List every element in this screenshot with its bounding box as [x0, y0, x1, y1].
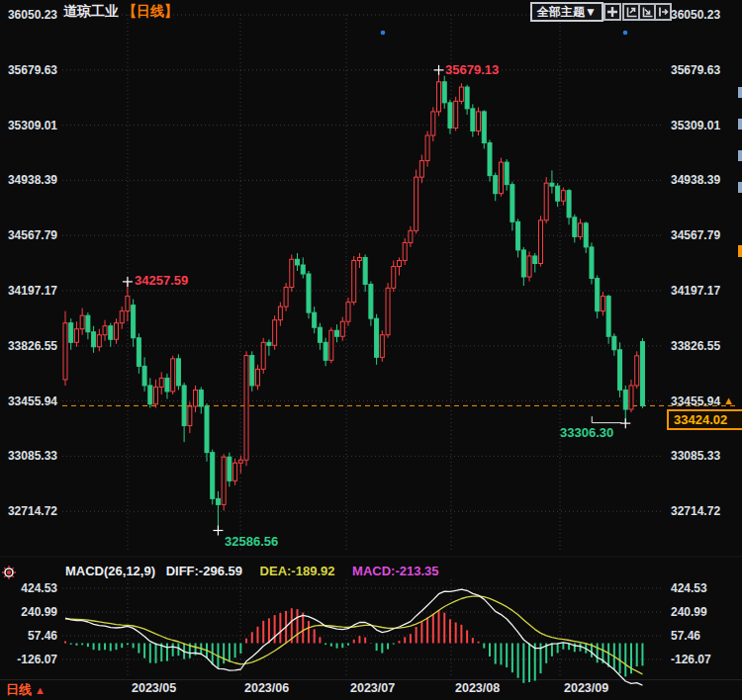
clipped-glyph — [738, 87, 742, 98]
axis-label: 33826.55 — [671, 339, 734, 353]
axis-label: 36050.23 — [2, 8, 57, 22]
axis-label: 33455.94 — [671, 394, 734, 408]
macd-formula: MACD(26,12,9) — [65, 564, 155, 578]
axis-label: 57.46 — [2, 629, 57, 643]
axis-label: 33085.33 — [671, 449, 734, 463]
axis-label: 32714.72 — [671, 504, 734, 518]
axis-label: 34938.39 — [2, 173, 57, 187]
time-axis-label: 2023/09 — [564, 681, 608, 695]
axis-label: 34197.17 — [2, 284, 57, 298]
axis-label: 57.46 — [671, 629, 734, 643]
clipped-glyph — [738, 119, 742, 130]
stock-chart-window: 35679.13 34257.59 32586.56 33306.30 道琼工业… — [0, 0, 742, 700]
axis-label: 33085.33 — [2, 449, 57, 463]
theme-dropdown[interactable]: 全部主题▼ — [530, 2, 603, 22]
period-tag: 【日线】 — [123, 3, 178, 19]
time-axis-label: 2023/06 — [244, 681, 289, 695]
axis-label: 35679.63 — [2, 63, 57, 77]
macd-macd-value: MACD:-213.35 — [352, 564, 438, 578]
time-axis-label: 2023/08 — [455, 681, 500, 695]
axis-label: 240.99 — [2, 605, 57, 619]
time-axis-label: 2023/05 — [132, 681, 176, 695]
axis-label: 34197.17 — [671, 284, 734, 298]
axis-label: 34567.79 — [2, 228, 57, 242]
axis-label: 32714.72 — [2, 504, 57, 518]
sep-low-annotation: 33306.30 — [560, 425, 613, 440]
candlestick-chart[interactable] — [0, 0, 742, 700]
macd-dea-value: DEA:-189.92 — [260, 564, 335, 578]
macd-indicator-header: MACD(26,12,9) DIFF:-296.59 DEA:-189.92 M… — [65, 564, 439, 578]
period-up-arrow-icon: ▲ — [35, 684, 46, 696]
macd-diff-value: DIFF:-296.59 — [166, 564, 242, 578]
axis-label: 34938.39 — [671, 173, 734, 187]
axis-label: 424.53 — [671, 581, 734, 595]
chart-title: 道琼工业 【日线】 — [63, 3, 178, 21]
axis-label: 33826.55 — [2, 339, 57, 353]
axis-label: 35309.01 — [2, 119, 57, 132]
axis-label: 240.99 — [671, 605, 734, 619]
axis-label: -126.07 — [2, 653, 57, 666]
may-high-annotation: 34257.59 — [135, 273, 188, 288]
period-switcher-label: 日线 — [6, 682, 32, 697]
axis-label: 36050.23 — [671, 8, 734, 22]
axis-label: 35309.01 — [671, 119, 734, 132]
last-price-tag: 33424.02 — [667, 409, 742, 430]
symbol-name: 道琼工业 — [63, 3, 119, 19]
clipped-glyph — [738, 150, 742, 161]
axis-label: 35679.63 — [671, 63, 734, 77]
indicator-settings-icon[interactable] — [1, 565, 17, 580]
axis-label: 33455.94 — [2, 394, 57, 408]
axis-label: 424.53 — [2, 581, 57, 595]
time-axis: 2023/052023/062023/072023/082023/09 — [0, 681, 742, 699]
pan-right-icon[interactable] — [654, 3, 672, 21]
period-high-annotation: 35679.13 — [445, 62, 499, 77]
clipped-glyph — [738, 182, 742, 193]
clipped-glyph — [738, 245, 742, 257]
period-switcher[interactable]: 日线▲ — [6, 681, 46, 699]
period-low-annotation: 32586.56 — [225, 534, 278, 549]
time-axis-label: 2023/07 — [350, 681, 395, 695]
axis-label: 34567.79 — [671, 228, 734, 242]
move-crosshair-icon[interactable] — [603, 3, 621, 21]
axis-label: -126.07 — [671, 653, 734, 666]
